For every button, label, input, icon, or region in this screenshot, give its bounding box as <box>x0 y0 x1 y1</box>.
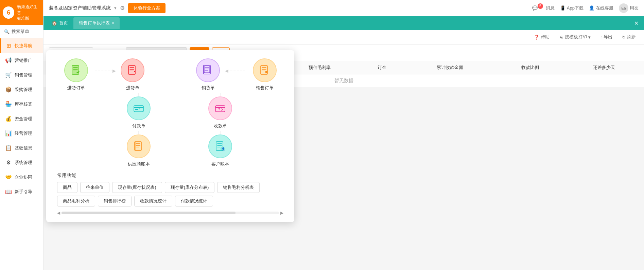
message-badge: 5 <box>538 3 543 9</box>
arrow-purchase-to-purchase-bill: ▶ <box>95 71 114 79</box>
payment-icon: ¥ <box>127 96 151 120</box>
app-download-button[interactable]: 📱 App下载 <box>560 5 584 11</box>
customer-account-label: 客户账本 <box>211 161 229 167</box>
service-icon: 👤 <box>589 5 594 11</box>
func-btn-sales-rank[interactable]: 销售排行榜 <box>98 196 132 206</box>
func-btn-product-margin[interactable]: 商品毛利分析 <box>57 196 95 206</box>
tab-close-icon[interactable]: × <box>112 21 114 25</box>
flow-node-payment[interactable]: ¥ 付款单 <box>118 96 159 129</box>
customer-account-icon: 👤 <box>208 134 232 158</box>
receipt-label: 收款单 <box>214 123 227 129</box>
sales-bill-label: 销货单 <box>202 85 215 91</box>
sidebar-item-system[interactable]: ⚙ 系统管理 <box>0 155 43 170</box>
online-service-button[interactable]: 👤 在线客服 <box>589 5 613 11</box>
func-btn-payment-stats[interactable]: 付款情况统计 <box>175 196 213 206</box>
page-content: ❓ 帮助 🖨 按模板打印 ▾ ↑ 导出 ↻ 刷新 <box>43 30 644 270</box>
enterprise-icon: 🤝 <box>5 174 12 180</box>
func-btn-stock-dist[interactable]: 现存量(库存分布表) <box>165 182 215 193</box>
sidebar-item-basic-info[interactable]: 📋 基础信息 <box>0 141 43 155</box>
func-btn-stock-status[interactable]: 现存量(库存状况表) <box>112 182 162 193</box>
sidebar-item-label: 资金管理 <box>15 116 32 122</box>
sidebar-item-quick-guide[interactable]: ⊞ 快捷导航 <box>0 38 43 53</box>
main-content: 装备及固定资产辅助管理系统 ▾ ⚙ 体验行业方案 💬 5 消息 📱 App下载 … <box>43 0 644 270</box>
header-right: 💬 5 消息 📱 App下载 👤 在线客服 Ea 用友 <box>532 3 639 13</box>
flow-diagram: 进货订单 ▶ <box>57 58 283 167</box>
purchase-bill-label: 进货单 <box>126 85 139 91</box>
sidebar-item-label: 营销推广 <box>15 57 32 64</box>
sidebar-item-newbie[interactable]: 📖 新手引导 <box>0 184 43 199</box>
flow-node-purchase-bill[interactable]: 进货单 <box>114 58 152 91</box>
system-icon: ⚙ <box>5 159 12 166</box>
sidebar-item-enterprise[interactable]: 🤝 企业协同 <box>0 170 43 184</box>
flow-row-2: ¥ 付款单 <box>57 96 283 129</box>
message-label: 消息 <box>546 5 555 11</box>
tab-bar: 🏠 首页 销售订单执行表 × ✕ <box>43 16 644 30</box>
func-btn-partner[interactable]: 往来单位 <box>80 182 109 193</box>
sidebar-item-inventory[interactable]: 🏪 库存核算 <box>0 97 43 111</box>
svg-rect-7 <box>135 109 138 110</box>
logo-icon: 6 <box>3 6 14 19</box>
message-button[interactable]: 💬 5 消息 <box>532 5 555 11</box>
flow-row-3: 供应商账本 👤 <box>57 134 283 167</box>
sidebar-item-purchase[interactable]: 📦 采购管理 <box>0 82 43 97</box>
sidebar-item-finance[interactable]: 💰 资金管理 <box>0 111 43 126</box>
sidebar-item-label: 企业协同 <box>15 174 32 180</box>
sidebar-item-label: 快捷导航 <box>15 43 32 49</box>
flow-node-customer-account[interactable]: 👤 客户账本 <box>200 134 241 167</box>
sidebar: 6 畅康通好生意 标准版 🔍 搜索菜单 ⊞ 快捷导航 📢 营销推广 🛒 销售管理… <box>0 0 43 270</box>
finance-icon: 💰 <box>5 115 12 122</box>
svg-rect-1 <box>128 66 135 74</box>
svg-rect-5 <box>265 71 267 73</box>
common-functions: 常用功能 商品 往来单位 现存量(库存状况表) 现存量(库存分布表) 销售毛利分… <box>57 173 283 206</box>
sidebar-item-label: 库存核算 <box>15 101 32 107</box>
arrow-v-payment: ↓ <box>118 129 159 134</box>
avatar: Ea <box>619 3 628 13</box>
purchase-bill-icon <box>121 58 144 82</box>
search-menu[interactable]: 🔍 搜索菜单 <box>0 25 43 38</box>
scrollbar-thumb <box>62 212 236 214</box>
func-btn-sales-margin[interactable]: 销售毛利分析表 <box>217 182 260 193</box>
experience-button[interactable]: 体验行业方案 <box>128 3 166 13</box>
sidebar-logo: 6 畅康通好生意 标准版 <box>0 0 43 25</box>
func-btn-product[interactable]: 商品 <box>57 182 77 193</box>
sidebar-item-sales[interactable]: 🛒 销售管理 <box>0 68 43 82</box>
flow-node-supplier-account[interactable]: 供应商账本 <box>118 134 159 167</box>
flow-node-receipt[interactable]: ¥ 收款单 <box>200 96 241 129</box>
modal-overlay: 进货订单 ▶ <box>43 30 644 270</box>
sidebar-item-operation[interactable]: 📊 经营管理 <box>0 126 43 141</box>
scroll-right-icon[interactable]: ▶ <box>280 211 283 215</box>
func-btn-receipt-stats[interactable]: 收款情况统计 <box>134 196 172 206</box>
sidebar-item-label: 系统管理 <box>15 160 32 166</box>
scroll-left-icon[interactable]: ◀ <box>57 211 60 215</box>
flow-node-purchase-order[interactable]: 进货订单 <box>57 58 95 91</box>
user-menu[interactable]: Ea 用友 <box>619 3 639 13</box>
arrow-sales-order-to-sales-bill: ◀ <box>227 71 246 79</box>
tab-bar-close-button[interactable]: ✕ <box>631 19 641 28</box>
logo-text: 畅康通好生意 标准版 <box>17 4 40 21</box>
supplier-account-label: 供应商账本 <box>128 161 150 167</box>
flow-node-sales-order[interactable]: 销售订单 <box>246 58 283 91</box>
quick-guide-icon: ⊞ <box>5 42 12 49</box>
tab-home[interactable]: 🏠 首页 <box>46 17 73 29</box>
gear-icon[interactable]: ⚙ <box>120 5 125 11</box>
operation-icon: 📊 <box>5 130 12 137</box>
svg-text:¥: ¥ <box>218 107 220 111</box>
flow-row-1: 进货订单 ▶ <box>57 58 283 91</box>
svg-text:👤: 👤 <box>222 147 225 150</box>
search-icon: 🔍 <box>4 29 10 34</box>
message-icon: 💬 <box>532 5 538 11</box>
sidebar-item-label: 新手引导 <box>15 189 32 195</box>
flow-node-sales-bill[interactable]: 销货单 <box>189 58 227 91</box>
marketing-icon: 📢 <box>5 57 12 64</box>
sidebar-item-label: 采购管理 <box>15 87 32 93</box>
modal-scrollbar: ◀ ▶ <box>57 211 283 215</box>
quick-guide-modal: 进货订单 ▶ <box>46 50 294 222</box>
common-functions-title: 常用功能 <box>57 173 283 179</box>
sales-bill-icon <box>196 58 220 82</box>
sidebar-item-marketing[interactable]: 📢 营销推广 <box>0 53 43 68</box>
dropdown-arrow-icon[interactable]: ▾ <box>114 5 117 11</box>
scrollbar-track[interactable] <box>62 212 279 214</box>
newbie-icon: 📖 <box>5 188 12 195</box>
tab-sales-order[interactable]: 销售订单执行表 × <box>73 17 120 29</box>
app-label: App下载 <box>567 5 584 11</box>
